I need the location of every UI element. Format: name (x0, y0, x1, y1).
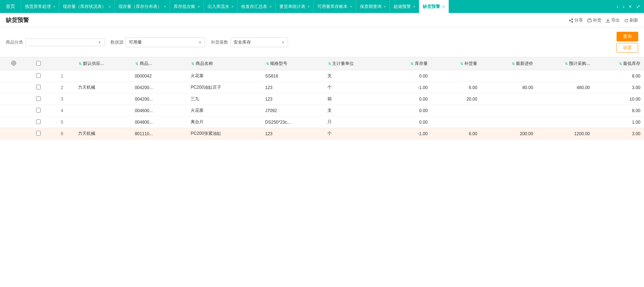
filter-bar: 商品分类 ▼ 数据源 可用量 ▼ 补货基数 安全库存 ▼ 查询 设置 (0, 27, 644, 57)
replenish-icon (587, 18, 592, 23)
nav-tab-9[interactable]: 保质期查询 × (356, 0, 390, 13)
header-actions: 分享 补货 导出 刷新 (569, 17, 638, 23)
row-checkbox-0[interactable] (36, 73, 41, 78)
nav-tab-2[interactable]: 现存量（库存状况表） × (59, 0, 114, 13)
row-goods-code: 801110... (131, 128, 187, 140)
nav-tab-10[interactable]: 超储预警 × (390, 0, 419, 13)
datasource-arrow-icon: ▼ (198, 40, 202, 44)
th-goods-code[interactable]: ⇅ 商品... (131, 57, 187, 70)
row-latest-price (481, 116, 537, 128)
top-nav: 首页 拣货异常处理 × 现存量（库存状况表） × 现存量（库存分布表） × 库存… (0, 0, 644, 13)
row-goods-name: 火花塞 (187, 70, 261, 82)
close-tab-8[interactable]: × (350, 4, 352, 9)
row-replenish (431, 116, 481, 128)
th-spec[interactable]: ⇅ 规格型号 (262, 57, 324, 70)
row-min-stock: 1.00 (593, 116, 644, 128)
close-tab-1[interactable]: × (53, 4, 55, 9)
row-settings-cell (0, 128, 27, 140)
close-tab-4[interactable]: × (197, 4, 200, 9)
row-replenish: 6.00 (431, 82, 481, 93)
close-tab-2[interactable]: × (108, 4, 110, 9)
close-tab-10[interactable]: × (413, 4, 415, 9)
th-min-stock[interactable]: ⇅ 最低库存 (593, 57, 644, 70)
th-goods-name[interactable]: ⇅ 商品名称 (187, 57, 261, 70)
row-supplier (74, 93, 131, 105)
refresh-button[interactable]: 刷新 (624, 17, 638, 23)
th-unit-sort-icon: ⇅ (328, 62, 331, 66)
close-tab-3[interactable]: × (164, 4, 166, 9)
datasource-select[interactable]: 可用量 ▼ (126, 37, 205, 47)
row-est-purchase (537, 70, 593, 82)
close-tab-6[interactable]: × (269, 4, 271, 9)
filter-group-category: 商品分类 ▼ (6, 39, 105, 46)
row-unit: 箱 (324, 93, 382, 105)
nav-tab-6[interactable]: 收发存汇总表 × (238, 0, 275, 13)
nav-close-btn[interactable]: × (627, 3, 634, 10)
th-stock[interactable]: ⇅ 库存量 (382, 57, 431, 70)
share-button[interactable]: 分享 (569, 17, 583, 23)
nav-tab-1[interactable]: 拣货异常处理 × (21, 0, 59, 13)
th-check[interactable] (27, 57, 50, 70)
nav-tab-5[interactable]: 出入库流水 × (204, 0, 238, 13)
th-est-purchase[interactable]: ⇅ 预计采购... (537, 57, 593, 70)
row-spec: 123 (262, 82, 324, 93)
nav-maximize-btn[interactable]: ⤢ (634, 3, 643, 10)
row-checkbox-5[interactable] (36, 131, 41, 136)
basis-select[interactable]: 安全库存 ▼ (230, 37, 288, 47)
row-checkbox-2[interactable] (36, 96, 41, 101)
main-content: 缺货预警 分享 补货 导出 刷新 商品分类 (0, 13, 644, 287)
row-check-cell[interactable] (27, 105, 50, 116)
th-min-stock-sort-icon: ⇅ (619, 62, 622, 66)
row-stock: 0.00 (382, 116, 431, 128)
row-check-cell[interactable] (27, 116, 50, 128)
row-checkbox-3[interactable] (36, 108, 41, 112)
row-check-cell[interactable] (27, 93, 50, 105)
row-check-cell[interactable] (27, 128, 50, 140)
row-latest-price: 80.00 (481, 82, 537, 93)
category-arrow-icon: ▼ (98, 40, 101, 44)
nav-tab-11[interactable]: 缺货预警 × (419, 0, 448, 13)
table-header-row: ⇅ 默认供应... ⇅ 商品... ⇅ 商品名称 ⇅ 规格型号 (0, 57, 644, 70)
close-tab-9[interactable]: × (384, 4, 386, 9)
th-latest-price[interactable]: ⇅ 最新进价 (481, 57, 537, 70)
select-all-checkbox[interactable] (36, 61, 41, 66)
row-replenish: 20.00 (431, 93, 481, 105)
column-settings-icon[interactable] (11, 60, 17, 66)
replenish-button[interactable]: 补货 (587, 17, 601, 23)
nav-tab-4[interactable]: 库存批次账 × (170, 0, 204, 13)
row-supplier: 力天机械 (74, 82, 131, 93)
row-spec: 123 (262, 128, 324, 140)
row-supplier: 力天机械 (74, 128, 131, 140)
nav-tab-3[interactable]: 现存量（库存分布表） × (115, 0, 170, 13)
row-goods-code: 0000042 (131, 70, 187, 82)
nav-prev-btn[interactable]: ‹ (614, 3, 621, 10)
row-goods-code: 004800... (131, 116, 187, 128)
svg-point-2 (13, 62, 14, 64)
row-checkbox-4[interactable] (36, 119, 41, 124)
query-button[interactable]: 查询 (617, 32, 638, 41)
th-replenish[interactable]: ⇅ 补货量 (431, 57, 481, 70)
close-tab-7[interactable]: × (308, 4, 310, 9)
nav-tab-8[interactable]: 可用量库存账本 × (314, 0, 356, 13)
settings-button[interactable]: 设置 (617, 43, 638, 53)
nav-tab-7[interactable]: 要货单统计表 × (276, 0, 314, 13)
row-check-cell[interactable] (27, 70, 50, 82)
row-unit: 支 (324, 70, 382, 82)
th-supplier[interactable]: ⇅ 默认供应... (74, 57, 131, 70)
nav-next-btn[interactable]: › (621, 3, 627, 10)
nav-tab-home[interactable]: 首页 (0, 0, 21, 13)
row-stock: 0.00 (382, 105, 431, 116)
category-select[interactable]: ▼ (25, 39, 105, 46)
row-latest-price: 200.00 (481, 128, 537, 140)
row-min-stock: 3.00 (593, 128, 644, 140)
th-unit[interactable]: ⇅ 主计量单位 (324, 57, 382, 70)
row-check-cell[interactable] (27, 82, 50, 93)
export-button[interactable]: 导出 (606, 17, 620, 23)
row-checkbox-1[interactable] (36, 85, 41, 89)
basis-label: 补货基数 (211, 39, 228, 45)
close-tab-11[interactable]: × (442, 4, 444, 9)
row-min-stock: 8.00 (593, 105, 644, 116)
close-tab-5[interactable]: × (231, 4, 234, 9)
table-row: 1 0000042 火花塞 SS816 支 0.00 8.00 (0, 70, 644, 82)
row-unit: 个 (324, 82, 382, 93)
